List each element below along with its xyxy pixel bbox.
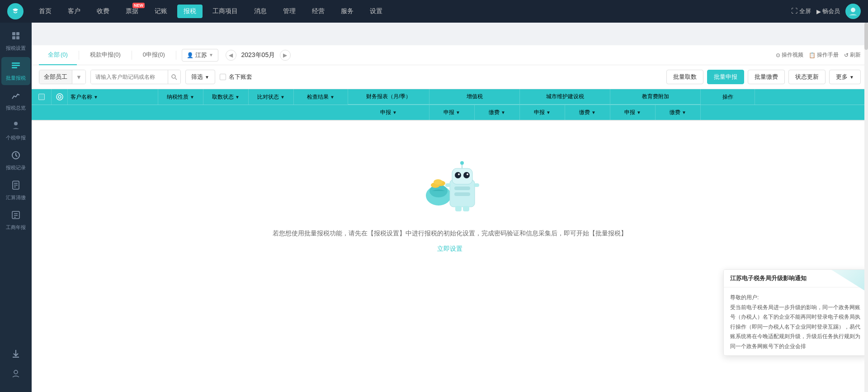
header-checkbox[interactable] [38, 94, 45, 100]
filter-icon: ▼ [235, 95, 240, 100]
month-navigation: ◀ 2023年05月 ▶ [226, 50, 291, 61]
region-chevron-icon: ▼ [209, 53, 213, 57]
th2-empty2 [52, 105, 68, 120]
table-header-row1: 客户名称 ▼ 纳税性质 ▼ 取数状态 ▼ 比对状态 ▼ 检查结果 ▼ 财务报表（… [32, 89, 868, 105]
nav-manage[interactable]: 管理 [277, 5, 302, 18]
sidebar-item-tax-settings[interactable]: 报税设置 [1, 27, 30, 55]
nav-settings[interactable]: 设置 [363, 5, 389, 18]
svg-rect-8 [12, 67, 17, 68]
notification-text: 尊敬的用户: 受当前电子税务局进一步升级的影响，同一个政务网账号（办税人）名下的… [730, 293, 861, 352]
svg-point-20 [58, 96, 61, 98]
operation-video-btn[interactable]: ⊙ 操作视频 [776, 51, 803, 59]
tab-zero-declare[interactable]: 0申报 (0) [134, 45, 174, 65]
th2-edu-pay: 缴费 ▼ [656, 105, 701, 120]
nav-customer[interactable]: 客户 [61, 5, 87, 18]
prev-month-button[interactable]: ◀ [226, 50, 236, 61]
svg-point-21 [57, 94, 63, 100]
search-input[interactable] [91, 70, 168, 84]
search-button[interactable] [168, 70, 180, 84]
sidebar-item-personal-tax[interactable]: 个税申报 [1, 117, 30, 145]
filter-chevron-icon: ▼ [205, 75, 209, 80]
sidebar-user[interactable] [1, 365, 30, 383]
nav-invoice[interactable]: 票据 NEW [119, 5, 145, 18]
th-operation: 操作 [701, 89, 755, 105]
personal-tax-icon [11, 120, 21, 133]
th2-empty4 [158, 105, 203, 120]
tax-records-icon [11, 150, 21, 163]
tab-right-actions: ⊙ 操作视频 📋 操作手册 ↺ 刷新 [776, 51, 861, 59]
nav-business[interactable]: 工商项目 [206, 5, 244, 18]
member-btn[interactable]: ▶ 畅会员 [816, 7, 840, 15]
th-fetch-status: 取数状态 ▼ [203, 89, 249, 105]
tab-all[interactable]: 全部 (0) [39, 45, 77, 65]
svg-rect-38 [454, 192, 470, 196]
svg-rect-4 [12, 36, 15, 39]
filter-button[interactable]: 筛选 ▼ [185, 70, 215, 84]
nav-home[interactable]: 首页 [33, 5, 58, 18]
th-urban-group: 城市维护建设税 [520, 89, 610, 105]
svg-point-32 [467, 173, 468, 175]
more-chevron-icon: ▼ [849, 75, 854, 80]
sidebar-label: 报税设置 [6, 45, 26, 52]
svg-rect-35 [445, 183, 451, 187]
new-badge: NEW [132, 3, 145, 8]
sidebar-item-settlement[interactable]: 汇算清缴 [1, 177, 30, 205]
svg-rect-37 [454, 186, 470, 190]
refresh-btn[interactable]: ↺ 刷新 [844, 51, 861, 59]
th2-empty3 [68, 105, 158, 120]
th2-empty5 [203, 105, 249, 120]
account-checkbox-label[interactable]: 名下账套 [220, 73, 252, 81]
th-settings [52, 89, 68, 105]
svg-rect-36 [474, 183, 479, 187]
tax-settings-icon [11, 31, 21, 43]
operation-manual-btn[interactable]: 📋 操作手册 [809, 51, 839, 59]
sidebar-download[interactable] [1, 345, 30, 363]
sidebar-item-tax-overview[interactable]: 报税总览 [1, 87, 30, 115]
nav-fee[interactable]: 收费 [90, 5, 116, 18]
tab-tax-declare[interactable]: 税款申报 (0) [81, 45, 130, 65]
nav-tax[interactable]: 报税 [177, 5, 203, 18]
app-logo[interactable] [7, 3, 24, 19]
status-update-button[interactable]: 状态更新 [788, 70, 826, 84]
setup-link[interactable]: 立即设置 [437, 245, 462, 253]
table-header-row2: 申报 ▼ 申报 ▼ 缴费 ▼ 申报 ▼ 缴费 ▼ 申报 [32, 105, 868, 121]
account-checkbox[interactable] [220, 74, 226, 80]
user-avatar[interactable] [845, 4, 861, 19]
sidebar: 报税设置 批量报税 报税总览 个税申报 报税记录 汇算清缴 工商年报 [0, 23, 32, 392]
employee-filter-arrow[interactable]: ▼ [72, 70, 85, 84]
sidebar-item-annual-report[interactable]: 工商年报 [1, 206, 30, 234]
nav-operate[interactable]: 经营 [306, 5, 331, 18]
batch-pay-button[interactable]: 批量缴费 [748, 70, 785, 84]
th-compare-status: 比对状态 ▼ [249, 89, 294, 105]
th-checkbox [32, 89, 52, 105]
sidebar-label: 汇算清缴 [6, 194, 26, 201]
settlement-icon [11, 180, 21, 192]
tab-bar: 全部 (0) 税款申报 (0) 0申报 (0) 👤 江苏 ▼ ◀ 2023年05… [32, 45, 868, 65]
fullscreen-btn[interactable]: ⛶ 全屏 [791, 7, 811, 15]
batch-fetch-button[interactable]: 批量取数 [666, 70, 703, 84]
filter-icon: ▼ [330, 95, 335, 100]
svg-point-31 [458, 173, 460, 175]
nav-service[interactable]: 服务 [335, 5, 360, 18]
svg-point-30 [463, 172, 470, 178]
user-icon [11, 368, 21, 379]
batch-declare-button[interactable]: 批量申报 [707, 70, 744, 84]
sidebar-item-batch-tax[interactable]: 批量报税 [1, 57, 30, 85]
nav-bookkeeping[interactable]: 记账 [148, 5, 174, 18]
svg-line-19 [175, 78, 177, 80]
region-selector[interactable]: 👤 江苏 ▼ [182, 49, 218, 62]
tab-divider [79, 51, 79, 60]
more-button[interactable]: 更多 ▼ [829, 70, 861, 84]
nav-message[interactable]: 消息 [248, 5, 273, 18]
search-box[interactable] [90, 70, 181, 84]
th-tax-nature: 纳税性质 ▼ [158, 89, 203, 105]
page-scrollbar-thumb [864, 23, 868, 50]
notification-title: 江苏电子税务局升级影响通知 [730, 274, 807, 282]
th2-vat-pay: 缴费 ▼ [475, 105, 520, 120]
download-icon [11, 349, 21, 359]
empty-description: 若您想使用批量报税功能，请先在【报税设置】中进行报税的初始化设置，完成密码验证和… [273, 229, 627, 238]
next-month-button[interactable]: ▶ [280, 50, 291, 61]
sidebar-item-tax-records[interactable]: 报税记录 [1, 147, 30, 175]
employee-filter[interactable]: 全部员工 ▼ [39, 70, 86, 84]
refresh-icon: ↺ [844, 52, 849, 58]
